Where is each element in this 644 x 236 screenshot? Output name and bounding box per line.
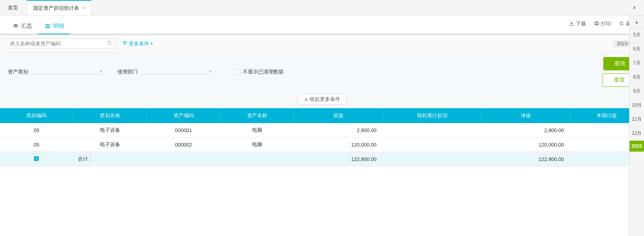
month-item-12[interactable]: 12月 xyxy=(630,127,644,141)
total-original-value: 122,900.00 xyxy=(294,152,383,166)
filter-asset-type: 资产类别 ▾ xyxy=(8,68,102,75)
month-item-7[interactable]: 7月 xyxy=(630,56,644,70)
total-icon-cell: ≡ xyxy=(0,152,73,166)
main-content: 汇总 明细 xyxy=(0,16,644,236)
download-label: 下载 xyxy=(576,20,586,27)
col-asset-code: 资产编码 xyxy=(147,108,220,123)
more-conditions-button[interactable]: 更多条件 ▾ xyxy=(122,40,153,47)
chevron-down-icon: ▾ xyxy=(151,41,153,46)
tab-summary-label: 汇总 xyxy=(21,23,32,30)
tab-home[interactable]: 首页 xyxy=(0,0,26,15)
cell-original-value-1: 2,900.00 xyxy=(294,123,383,138)
print-label: 打印 xyxy=(601,20,611,27)
svg-rect-4 xyxy=(45,26,50,27)
right-panel: ▲ 5月 6月 7月 8月 9月 10月 11月 12月 2023 xyxy=(629,16,644,236)
month-item-10[interactable]: 10月 xyxy=(630,98,644,113)
month-item-5[interactable]: 5月 xyxy=(630,28,644,42)
cell-asset-code-1: 000001 xyxy=(147,123,220,138)
tab-detail[interactable]: 明细 xyxy=(38,19,70,34)
collapse-label: 收起更多条件 xyxy=(310,96,340,103)
month-item-6[interactable]: 6月 xyxy=(630,42,644,56)
department-label: 使用部门 xyxy=(117,68,138,75)
refresh-icon xyxy=(619,21,624,27)
asset-type-arrow-icon: ▾ xyxy=(100,69,102,73)
month-item-11[interactable]: 11月 xyxy=(630,113,644,127)
data-table: 类别编码 类别名称 资产编码 资产名称 原值 期初累计折旧 净值 本期计提 05… xyxy=(0,108,644,236)
download-button[interactable]: 下载 xyxy=(569,20,586,27)
print-button[interactable]: 打印 xyxy=(594,20,611,27)
table-row: 05 电子设备 000001 电脑 2,900.00 2,900.00 xyxy=(0,123,644,138)
asset-type-label: 资产类别 xyxy=(8,68,28,75)
cell-cat-code-2: 05 xyxy=(0,138,73,152)
main-table: 类别编码 类别名称 资产编码 资产名称 原值 期初累计折旧 净值 本期计提 05… xyxy=(0,108,644,166)
col-asset-name: 资产名称 xyxy=(220,108,294,123)
year-badge[interactable]: 2023 xyxy=(630,141,644,152)
filter-icon xyxy=(122,41,127,47)
search-icon xyxy=(107,40,112,47)
collapse-bar: ∧ 收起更多条件 xyxy=(8,91,636,108)
col-cat-code: 类别编码 xyxy=(0,108,73,123)
right-panel-top[interactable]: ▲ xyxy=(630,16,644,28)
total-row: ≡ 合计： 122,900.00 122,900.00 xyxy=(0,152,644,166)
print-icon xyxy=(594,21,599,27)
department-select[interactable]: ▾ xyxy=(141,69,211,75)
cell-acc-dep-1 xyxy=(383,123,481,138)
svg-rect-7 xyxy=(595,24,598,25)
search-bar: 更多条件 ▾ 2023.01 xyxy=(0,35,644,52)
month-item-8[interactable]: 8月 xyxy=(630,70,644,84)
col-net-value: 净值 xyxy=(481,108,570,123)
tab-close-icon[interactable]: × xyxy=(82,5,85,11)
cell-acc-dep-2 xyxy=(383,138,481,152)
svg-rect-5 xyxy=(45,27,50,28)
asset-type-select[interactable]: ▾ xyxy=(31,69,102,75)
search-input[interactable] xyxy=(10,41,107,46)
col-cat-name: 类别名称 xyxy=(73,108,147,123)
tab-active-label: 固定资产折旧统计表 xyxy=(33,5,79,12)
cell-net-value-1: 2,900.00 xyxy=(481,123,570,138)
right-panel-up-icon: ▲ xyxy=(635,19,639,25)
table-header-row: 类别编码 类别名称 资产编码 资产名称 原值 期初累计折旧 净值 本期计提 xyxy=(0,108,644,123)
cell-cat-name-1: 电子设备 xyxy=(73,123,147,138)
cell-original-value-2: 120,000.00 xyxy=(294,138,383,152)
total-net-value: 122,900.00 xyxy=(481,152,570,166)
svg-text:≡: ≡ xyxy=(36,157,38,161)
hide-cleared-checkbox[interactable] xyxy=(235,69,240,75)
department-arrow-icon: ▾ xyxy=(209,69,211,73)
cell-cat-name-2: 电子设备 xyxy=(73,138,147,152)
tab-detail-label: 明细 xyxy=(53,23,64,30)
cell-asset-name-2: 电脑 xyxy=(220,138,294,152)
filter-department: 使用部门 ▾ xyxy=(117,68,211,75)
col-original-value: 原值 xyxy=(294,108,383,123)
hide-cleared-checkbox-item: 不显示已清理数据 xyxy=(235,68,283,75)
svg-rect-3 xyxy=(45,24,50,25)
layers-icon xyxy=(13,23,19,29)
hide-cleared-label: 不显示已清理数据 xyxy=(243,68,283,75)
filter-panel: 资产类别 ▾ 使用部门 ▾ 不显示已清理数据 查询 xyxy=(0,52,644,108)
total-label-cell: 合计： xyxy=(73,152,294,166)
filter-row: 资产类别 ▾ 使用部门 ▾ 不显示已清理数据 查询 xyxy=(8,57,636,91)
tab-bar: 首页 固定资产折旧统计表 × × xyxy=(0,0,644,16)
cell-cat-code-1: 05 xyxy=(0,123,73,138)
cell-asset-code-2: 000002 xyxy=(147,138,220,152)
cell-asset-name-1: 电脑 xyxy=(220,123,294,138)
total-acc-dep xyxy=(383,152,481,166)
total-icon: ≡ xyxy=(34,156,39,161)
search-input-wrap[interactable] xyxy=(6,38,116,49)
list-icon xyxy=(45,23,51,29)
month-item-9[interactable]: 9月 xyxy=(630,84,644,98)
collapse-icon: ∧ xyxy=(304,97,308,102)
table-row: 05 电子设备 000002 电脑 120,000.00 120,000.00 xyxy=(0,138,644,152)
sub-tabs: 汇总 明细 xyxy=(0,16,644,34)
svg-rect-1 xyxy=(13,27,18,27)
download-icon xyxy=(569,21,574,27)
tab-active[interactable]: 固定资产折旧统计表 × xyxy=(27,0,92,15)
more-conditions-label: 更多条件 xyxy=(129,40,149,47)
col-acc-depreciation: 期初累计折旧 xyxy=(383,108,481,123)
window-close-button[interactable]: × xyxy=(625,4,644,11)
tab-summary[interactable]: 汇总 xyxy=(6,19,38,34)
collapse-button[interactable]: ∧ 收起更多条件 xyxy=(298,94,347,105)
svg-point-8 xyxy=(108,41,111,44)
cell-net-value-2: 120,000.00 xyxy=(481,138,570,152)
